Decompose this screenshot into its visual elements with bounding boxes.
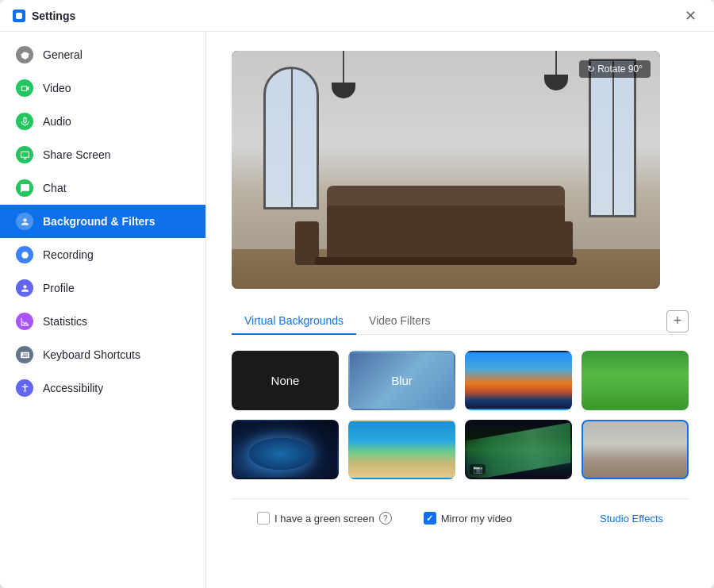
- bg-option-golden-gate[interactable]: [465, 351, 572, 410]
- mirror-video-group: Mirror my video: [424, 512, 512, 525]
- general-icon: [16, 46, 33, 63]
- room-window-right: [589, 59, 636, 217]
- sidebar-item-general[interactable]: General: [0, 38, 205, 71]
- bg-option-none[interactable]: None: [232, 351, 339, 410]
- window-title: Settings: [32, 10, 75, 22]
- video-preview: ↻ Rotate 90°: [232, 51, 660, 289]
- chat-icon: [16, 179, 33, 197]
- camera-icon: 📷: [470, 464, 486, 475]
- general-label: General: [43, 48, 83, 61]
- sidebar-item-share-screen[interactable]: Share Screen: [0, 138, 205, 171]
- backgrounds-grid: None Blur 📷: [232, 351, 689, 479]
- share-screen-label: Share Screen: [43, 148, 111, 161]
- bg-option-blur[interactable]: Blur: [348, 351, 455, 410]
- keyboard-label: Keyboard Shortcuts: [43, 348, 140, 361]
- statistics-icon: [16, 313, 33, 330]
- sidebar-item-video[interactable]: Video: [0, 71, 205, 105]
- content-area: ↻ Rotate 90° Virtual Backgrounds Video F…: [206, 32, 714, 588]
- sidebar-item-profile[interactable]: Profile: [0, 271, 205, 305]
- title-bar-left: Settings: [13, 10, 75, 22]
- green-screen-checkbox[interactable]: [257, 512, 270, 525]
- bg-option-grass[interactable]: [582, 351, 689, 410]
- settings-window: Settings ✕ GeneralVideoAudioShare Screen…: [0, 0, 714, 588]
- bottom-bar: I have a green screen ? Mirror my video …: [232, 498, 689, 537]
- app-icon: [13, 10, 25, 22]
- add-background-button[interactable]: +: [666, 310, 689, 332]
- rotate-button[interactable]: ↻ Rotate 90°: [579, 60, 651, 78]
- bg-option-aurora[interactable]: 📷: [465, 420, 572, 479]
- chat-label: Chat: [43, 182, 67, 194]
- sidebar-item-background[interactable]: Background & Filters: [0, 205, 205, 238]
- statistics-label: Statistics: [43, 315, 87, 328]
- lamp-right: [555, 51, 557, 90]
- share-screen-icon: [16, 146, 33, 163]
- lamp-left: [343, 51, 344, 98]
- accessibility-label: Accessibility: [43, 382, 103, 394]
- sidebar-item-recording[interactable]: Recording: [0, 238, 205, 271]
- background-icon: [16, 213, 33, 230]
- sidebar-item-audio[interactable]: Audio: [0, 105, 205, 138]
- mirror-video-label: Mirror my video: [441, 513, 512, 525]
- audio-icon: [16, 113, 33, 130]
- green-screen-label: I have a green screen: [274, 513, 374, 525]
- close-button[interactable]: ✕: [679, 5, 701, 27]
- svg-point-2: [24, 384, 25, 386]
- bg-option-beach[interactable]: [348, 420, 455, 479]
- tab-virtual-backgrounds[interactable]: Virtual Backgrounds: [232, 308, 356, 335]
- green-screen-help-icon[interactable]: ?: [379, 512, 392, 525]
- green-screen-group: I have a green screen ?: [257, 512, 392, 525]
- room-window-left: [263, 67, 319, 209]
- studio-effects-button[interactable]: Studio Effects: [600, 513, 663, 525]
- title-bar: Settings ✕: [0, 0, 714, 32]
- recording-label: Recording: [43, 248, 94, 261]
- sidebar-item-chat[interactable]: Chat: [0, 171, 205, 205]
- svg-rect-0: [16, 13, 22, 19]
- profile-label: Profile: [43, 282, 75, 294]
- sidebar-item-statistics[interactable]: Statistics: [0, 305, 205, 338]
- bg-none-label: None: [271, 374, 300, 387]
- sidebar-item-keyboard[interactable]: Keyboard Shortcuts: [0, 338, 205, 371]
- sofa: [327, 202, 565, 265]
- recording-icon: [16, 246, 33, 263]
- tab-video-filters[interactable]: Video Filters: [356, 308, 443, 335]
- accessibility-icon: [16, 379, 33, 397]
- background-label: Background & Filters: [43, 215, 155, 228]
- audio-label: Audio: [43, 115, 71, 128]
- video-icon: [16, 79, 33, 97]
- bg-option-space[interactable]: [232, 420, 339, 479]
- svg-point-1: [21, 252, 29, 259]
- sidebar: GeneralVideoAudioShare ScreenChatBackgro…: [0, 32, 206, 588]
- profile-icon: [16, 279, 33, 297]
- mirror-video-checkbox[interactable]: [424, 512, 436, 525]
- bg-blur-label: Blur: [391, 374, 413, 387]
- sidebar-item-accessibility[interactable]: Accessibility: [0, 371, 205, 405]
- video-label: Video: [43, 82, 71, 94]
- main-content: GeneralVideoAudioShare ScreenChatBackgro…: [0, 32, 714, 588]
- bg-option-room[interactable]: [582, 420, 689, 479]
- tabs-row: Virtual Backgrounds Video Filters +: [232, 308, 689, 335]
- keyboard-icon: [16, 346, 33, 363]
